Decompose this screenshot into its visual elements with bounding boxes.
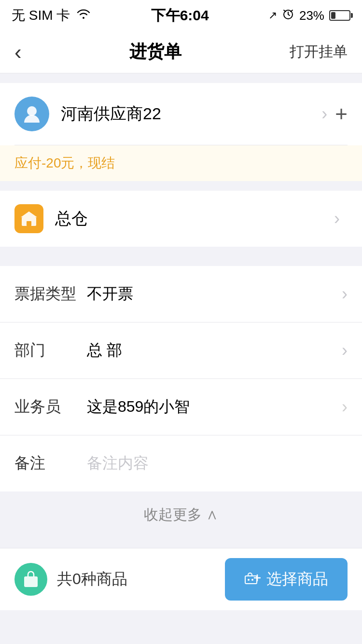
invoice-type-row[interactable]: 票据类型 不开票 ›	[0, 266, 362, 322]
battery-icon	[329, 10, 350, 21]
department-chevron-icon: ›	[342, 340, 348, 361]
wifi-icon	[76, 8, 91, 23]
department-label: 部门	[14, 340, 82, 361]
salesperson-row[interactable]: 业务员 这是859的小智 ›	[0, 379, 362, 435]
status-right: ↗ 23%	[268, 8, 350, 24]
remark-row[interactable]: 备注 备注内容	[0, 435, 362, 491]
select-cart-icon	[244, 572, 261, 587]
invoice-type-value: 不开票	[82, 283, 342, 305]
form-section: 票据类型 不开票 › 部门 总 部 › 业务员 这是859的小智 › 备注 备注…	[0, 266, 362, 491]
department-value: 总 部	[82, 340, 342, 361]
bottom-divider	[0, 538, 362, 548]
supplier-chevron-icon: ›	[321, 104, 327, 124]
supplier-name: 河南供应商22	[61, 103, 321, 125]
warehouse-icon-badge	[14, 204, 43, 233]
department-row[interactable]: 部门 总 部 ›	[0, 322, 362, 379]
page-title: 进货单	[129, 40, 181, 64]
product-icon-badge	[14, 563, 47, 596]
collapse-button[interactable]: 收起更多 ∧	[0, 491, 362, 538]
remark-label: 备注	[14, 453, 82, 474]
nav-bar: ‹ 进货单 打开挂单	[0, 31, 362, 73]
add-supplier-button[interactable]: +	[335, 103, 348, 125]
select-product-button[interactable]: 选择商品	[225, 558, 348, 601]
supplier-card: 河南供应商22 › + 应付-20元，现结	[0, 83, 362, 181]
alarm-icon	[282, 8, 294, 24]
svg-rect-5	[24, 576, 38, 587]
salesperson-chevron-icon: ›	[342, 397, 348, 417]
status-left: 无 SIM 卡	[12, 6, 91, 25]
product-count-label: 共0种商品	[57, 569, 225, 590]
warehouse-divider	[0, 181, 362, 191]
svg-rect-4	[27, 221, 31, 226]
invoice-type-label: 票据类型	[14, 283, 82, 305]
sim-label: 无 SIM 卡	[12, 6, 70, 25]
warehouse-card: 总仓 ›	[0, 191, 362, 247]
top-divider	[0, 73, 362, 83]
battery-percent: 23%	[299, 8, 324, 23]
invoice-type-chevron-icon: ›	[342, 284, 348, 304]
remark-placeholder: 备注内容	[82, 453, 348, 474]
warehouse-chevron-icon: ›	[334, 209, 340, 229]
supplier-avatar	[14, 97, 49, 131]
salesperson-label: 业务员	[14, 396, 82, 418]
supplier-row[interactable]: 河南供应商22 › +	[0, 83, 362, 145]
salesperson-value: 这是859的小智	[82, 396, 342, 418]
svg-rect-6	[245, 576, 257, 584]
open-pending-button[interactable]: 打开挂单	[290, 42, 348, 62]
svg-point-8	[251, 579, 253, 581]
select-product-label: 选择商品	[266, 569, 328, 590]
location-icon: ↗	[268, 9, 277, 22]
warehouse-name: 总仓	[55, 208, 334, 230]
notice-text: 应付-20元，现结	[14, 155, 115, 170]
bottom-bar: 共0种商品 选择商品	[0, 548, 362, 610]
notice-banner: 应付-20元，现结	[0, 145, 362, 181]
status-time: 下午6:04	[151, 6, 209, 26]
form-divider	[0, 247, 362, 256]
svg-point-7	[248, 579, 250, 581]
warehouse-row[interactable]: 总仓 ›	[0, 191, 362, 247]
collapse-label: 收起更多 ∧	[144, 505, 218, 525]
status-bar: 无 SIM 卡 下午6:04 ↗ 23%	[0, 0, 362, 31]
svg-marker-3	[21, 211, 37, 217]
svg-point-1	[27, 106, 37, 116]
back-button[interactable]: ‹	[14, 42, 22, 63]
